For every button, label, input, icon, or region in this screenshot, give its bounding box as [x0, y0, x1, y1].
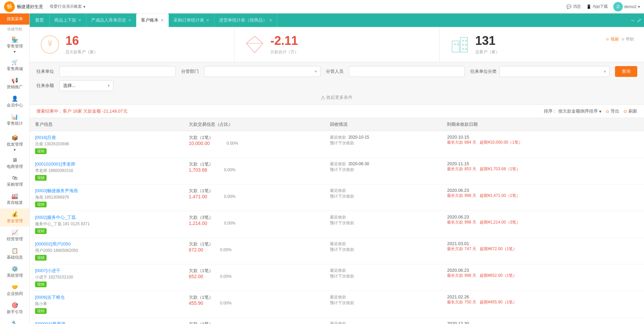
customer-name-link[interactable]: [0001020001]李老师 — [35, 161, 178, 167]
overdue-days: 最长欠款 998 天 — [447, 193, 476, 198]
balance-select[interactable]: 选择... ▾ — [59, 80, 113, 91]
refresh-button[interactable]: ⊙ 刷新 — [623, 108, 637, 114]
sidebar-item-batch-mgmt[interactable]: 📦 批发管理 ▼ — [0, 132, 29, 154]
sidebar-item-retail-mgmt[interactable]: 🏪 零售管理 ▼ — [0, 34, 29, 56]
tab-production-history[interactable]: 产成品入库单历史 ✕ — [86, 13, 136, 27]
customer-phone: 李老师 18600391516 — [35, 168, 178, 174]
app-download-button[interactable]: 📱 App下载 — [586, 4, 608, 9]
minimize-icon[interactable]: – — [631, 17, 634, 23]
sidebar-item-ops[interactable]: 📈 经营管理 — [0, 227, 29, 245]
customer-name-link[interactable]: [0016]吕俊 — [35, 135, 178, 141]
message-button[interactable]: 💬 消息 — [566, 4, 581, 9]
customer-name-link[interactable]: [000001]黄思源 — [35, 321, 178, 324]
overdue-amount-link[interactable]: 10,000.00 — [189, 141, 210, 146]
customer-name-link[interactable]: [000002]用户2050 — [35, 241, 178, 247]
store-selector[interactable]: 母婴行业演示账套 ▾ — [47, 4, 88, 9]
sidebar-item-basic-info[interactable]: 📋 基础信息 — [0, 245, 29, 263]
sidebar-item-ecommerce[interactable]: 🖥 电商管理 — [0, 154, 29, 172]
customer-name-link[interactable]: [0002]服务中心_丁磊 — [35, 214, 178, 220]
results-info: 搜索结果中，客户 16家 欠款金额 -21,148.07元 — [36, 108, 128, 114]
chevron-down-icon: ▾ — [604, 69, 606, 74]
overdue-days-info: 最长欠款 750 天 超期¥455.90（1笔） — [447, 299, 639, 305]
sidebar-item-retail-mall[interactable]: 🛒 零售商城 — [0, 56, 29, 75]
overdue-date-cell: 2020.06.23 最长欠款 998 天 超期¥652.00（1笔） — [442, 264, 644, 291]
customer-info-cell: [0007]小进干 小进干 18279152100 现销 — [30, 264, 184, 291]
overdue-amount-link[interactable]: 超期¥10,000.00（1笔） — [480, 140, 523, 145]
last-collection: 最近收款 — [330, 241, 436, 247]
customer-phone: 海燕 18513066976 — [35, 195, 178, 200]
unit-category-select[interactable]: ▾ — [499, 66, 610, 77]
sidebar-item-finance[interactable]: 💰 资金管理 — [0, 208, 29, 227]
maximize-icon[interactable]: ⤢ — [637, 17, 641, 24]
overdue-amount-link[interactable]: 1,471.00 — [189, 194, 207, 199]
overdue-trade-cell: 欠款（1笔） 10,000.00 0.00% — [184, 131, 325, 158]
overdue-amount-link[interactable]: 672.00 — [189, 247, 203, 253]
manager-input[interactable]: ··· — [349, 66, 465, 77]
search-button[interactable]: 查询 — [615, 66, 637, 77]
overdue-count: 欠款（1笔） — [189, 268, 319, 274]
tab-bar-right: – ⤢ — [631, 17, 644, 24]
tab-customer-account[interactable]: 客户账本 ✕ — [136, 13, 169, 27]
purchase-icon: 🛍 — [12, 175, 18, 181]
user-menu[interactable]: D demo2 ▾ — [613, 2, 640, 11]
video-help-btn[interactable]: ⊙ 视频 — [606, 36, 618, 42]
overdue-date-cell: 2021.02.26 最长欠款 750 天 超期¥455.90（1笔） — [442, 291, 644, 318]
sidebar-search[interactable]: 搜索菜单 — [0, 13, 29, 25]
overdue-amount-link[interactable]: 超期¥1,703.68（1笔） — [480, 167, 520, 171]
overdue-amount-link[interactable]: 652.00 — [189, 274, 203, 279]
sidebar-item-app-center[interactable]: 🔧 应用中心 — [0, 318, 29, 324]
ecommerce-icon: 🖥 — [12, 157, 18, 163]
customer-name-link[interactable]: [0003]畅捷服务尹海燕 — [35, 188, 178, 194]
tab-close-icon[interactable]: ✕ — [78, 18, 81, 23]
sidebar-item-marketing[interactable]: 📢 营销推广 — [0, 75, 29, 93]
overdue-amount-link[interactable]: 超期¥672.00（1笔） — [480, 246, 517, 251]
division-select[interactable]: ▾ — [204, 66, 320, 77]
stat-total-customers: 131 总客户（家） ⊙ 视频 ⊙ 帮助 — [440, 27, 644, 62]
overdue-amount-link[interactable]: 455.90 — [189, 300, 203, 306]
overdue-amount-link[interactable]: 超期¥1,471.00（1笔） — [480, 193, 520, 198]
overdue-amount-link[interactable]: 超期¥1,214.00（3笔） — [480, 220, 520, 225]
tab-close-icon[interactable]: ✕ — [161, 18, 164, 23]
overdue-percent: 0.00% — [220, 247, 231, 252]
help-btn[interactable]: ⊙ 帮助 — [621, 36, 634, 42]
customer-badge: 现销 — [35, 175, 47, 181]
col-collection-status: 回收情况 — [325, 118, 442, 131]
svg-rect-6 — [454, 43, 455, 45]
sort-selector[interactable]: 排序： 按欠款金额倒序排序 ▾ — [544, 108, 601, 114]
next-collection: 预计下次收款 — [330, 300, 436, 306]
source-unit-input[interactable]: ··· — [59, 66, 176, 77]
customer-name-link[interactable]: [0007]小进干 — [35, 268, 178, 274]
tab-inbound-stats[interactable]: 进货单统计表（按商品） ✕ — [214, 13, 277, 27]
collapse-filters-button[interactable]: ⋀ 收起更多条件 — [36, 94, 637, 100]
sidebar-item-member[interactable]: 👤 会员中心 — [0, 93, 29, 111]
tab-close-icon[interactable]: ✕ — [206, 18, 209, 23]
tab-close-icon[interactable]: ✕ — [269, 18, 272, 23]
overdue-amount-link[interactable]: 1,214.00 — [189, 220, 207, 226]
quick-nav-label: 快捷导航 — [0, 25, 29, 34]
customer-badge: 现销 — [35, 202, 47, 207]
sidebar-item-newbie[interactable]: 🎯 新手引导 — [0, 299, 29, 318]
stat-help-buttons: ⊙ 视频 ⊙ 帮助 — [606, 34, 634, 42]
top-bar-right: 💬 消息 📱 App下载 D demo2 ▾ — [566, 2, 640, 11]
balance-value: 选择... — [63, 83, 76, 89]
sidebar-item-enterprise[interactable]: 🤝 企业协同 — [0, 281, 29, 299]
overdue-amount-link[interactable]: 1,703.68 — [189, 167, 207, 173]
due-date: 2020.12.30 — [447, 321, 639, 324]
sidebar-item-inventory[interactable]: 🏭 库存核算 — [0, 190, 29, 208]
customer-name-link[interactable]: [0006]去下粮仓 — [35, 294, 178, 300]
tab-product-status[interactable]: 商品上下架 ✕ — [50, 13, 86, 27]
sidebar-item-purchase[interactable]: 🛍 采购管理 — [0, 172, 29, 190]
export-button[interactable]: ⊙ 导出 — [606, 108, 619, 114]
overdue-amount-link[interactable]: 超期¥652.00（1笔） — [480, 273, 517, 278]
tab-home[interactable]: 首页 — [30, 13, 50, 27]
customer-phone: 陈小希 — [35, 301, 178, 307]
top-bar-left: 畅 畅捷通好生意 母婴行业演示账套 ▾ — [4, 1, 88, 12]
tab-purchase-stats[interactable]: 采购订单统计表 ✕ — [169, 13, 214, 27]
inventory-icon: 🏭 — [11, 193, 18, 199]
results-actions: 排序： 按欠款金额倒序排序 ▾ ⊙ 导出 ⊙ 刷新 — [544, 108, 637, 114]
tab-close-icon[interactable]: ✕ — [128, 18, 131, 23]
overdue-amount-link[interactable]: 超期¥455.90（1笔） — [480, 300, 517, 304]
sidebar-item-system[interactable]: ⚙️ 系统管理 — [0, 263, 29, 281]
sidebar-item-retail-stats[interactable]: 📊 零售统计 — [0, 111, 29, 129]
avatar: D — [613, 2, 623, 11]
